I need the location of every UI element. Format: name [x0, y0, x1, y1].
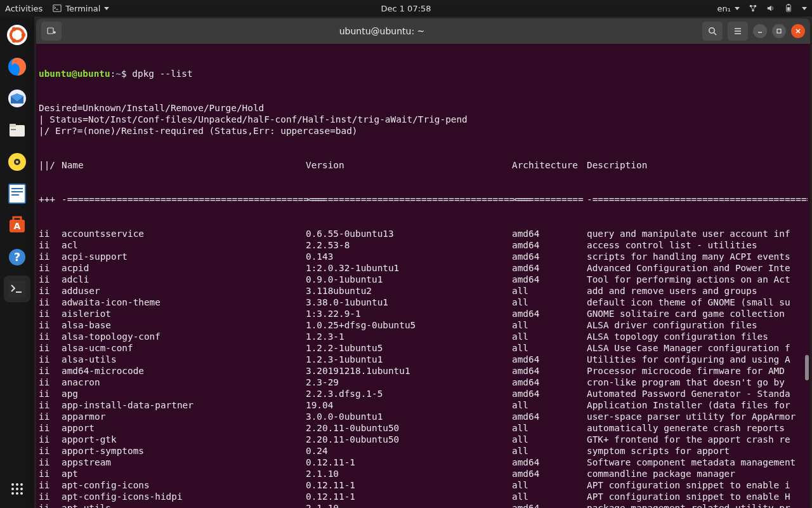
pkg-status: ii [39, 354, 62, 365]
svg-point-35 [16, 488, 18, 490]
svg-rect-17 [11, 129, 16, 130]
pkg-status: ii [39, 434, 62, 445]
pkg-desc: GTK+ frontend for the apport crash re [587, 434, 808, 445]
package-row: iialsa-utils1.2.3-1ubuntu1amd64Utilities… [39, 354, 808, 365]
package-row: iiapt-config-icons0.12.11-1allAPT config… [39, 479, 808, 491]
pkg-desc: Processor microcode firmware for AMD [587, 365, 808, 377]
maximize-button[interactable] [772, 24, 786, 38]
input-source[interactable]: en₁ [717, 4, 740, 13]
pkg-status: ii [39, 308, 62, 319]
pkg-desc: ALSA topology configuration files [587, 331, 808, 342]
package-row: iiaisleriot1:3.22.9-1amd64GNOME solitair… [39, 308, 808, 319]
clock-label: Dec 1 07:58 [381, 4, 431, 13]
battery-icon[interactable] [784, 4, 793, 13]
pkg-status: ii [39, 228, 62, 239]
pkg-name: amd64-microcode [62, 365, 306, 377]
pkg-version: 0.12.11-1 [306, 457, 512, 468]
pkg-arch: all [512, 399, 587, 411]
new-tab-icon [46, 26, 56, 36]
search-button[interactable] [702, 22, 723, 41]
dock-writer[interactable] [4, 180, 30, 207]
pkg-arch: amd64 [512, 411, 587, 422]
dock-help[interactable]: ? [4, 244, 30, 271]
new-tab-button[interactable] [41, 22, 62, 41]
dock-firefox[interactable] [4, 53, 30, 80]
pkg-version: 3.20191218.1ubuntu1 [306, 365, 512, 377]
output-line: |/ Err?=(none)/Reinst-required (Status,E… [39, 125, 808, 137]
pkg-status: ii [39, 365, 62, 377]
pkg-desc: APT configuration snippet to enable H [587, 491, 808, 502]
pkg-arch: amd64 [512, 457, 587, 468]
pkg-status: ii [39, 239, 62, 251]
minimize-button[interactable] [753, 24, 767, 38]
package-row: iiapp-install-data-partner19.04allApplic… [39, 399, 808, 411]
pkg-arch: amd64 [512, 502, 587, 508]
pkg-arch: amd64 [512, 365, 587, 377]
pkg-version: 0.12.11-1 [306, 491, 512, 502]
dock-files[interactable] [4, 117, 30, 144]
pkg-desc: commandline package manager [587, 468, 808, 479]
pkg-name: appstream [62, 457, 306, 468]
pkg-arch: amd64 [512, 308, 587, 319]
pkg-version: 0.6.55-0ubuntu13 [306, 228, 512, 239]
prompt-line: ubuntu@ubuntu:~$ dpkg --list [39, 68, 808, 79]
pkg-desc: ALSA driver configuration files [587, 319, 808, 331]
svg-rect-7 [787, 7, 790, 11]
svg-point-36 [20, 488, 23, 490]
package-row: iiaccountsservice0.6.55-0ubuntu13amd64qu… [39, 228, 808, 239]
pkg-version: 2.2.3.dfsg.1-5 [306, 388, 512, 399]
dock-terminal[interactable] [4, 276, 30, 302]
pkg-desc: Tool for performing actions on an Act [587, 274, 808, 285]
pkg-version: 1.2.3-1ubuntu1 [306, 354, 512, 365]
package-row: iiapt-config-icons-hidpi0.12.11-1allAPT … [39, 491, 808, 502]
pkg-status: ii [39, 479, 62, 491]
app-menu[interactable]: Terminal [53, 4, 109, 13]
pkg-desc: query and manipulate user account inf [587, 228, 808, 239]
pkg-name: apport-gtk [62, 434, 306, 445]
pkg-desc: APT configuration snippet to enable i [587, 479, 808, 491]
close-button[interactable] [791, 24, 805, 38]
dock-ubuntu-logo[interactable] [4, 22, 30, 48]
pkg-status: ii [39, 331, 62, 342]
pkg-desc: user-space parser utility for AppArmor [587, 411, 808, 422]
titlebar[interactable]: ubuntu@ubuntu: ~ [36, 18, 810, 44]
svg-rect-6 [787, 4, 790, 5]
pkg-status: ii [39, 388, 62, 399]
activities-button[interactable]: Activities [5, 4, 43, 13]
scrollbar-thumb[interactable] [805, 355, 809, 380]
terminal-scrollbar[interactable] [804, 107, 810, 508]
dock-software[interactable]: A [4, 212, 30, 239]
output-line: Desired=Unknown/Install/Remove/Purge/Hol… [39, 102, 808, 114]
network-icon[interactable] [749, 4, 757, 13]
pkg-name: apg [62, 388, 306, 399]
pkg-arch: all [512, 285, 587, 297]
volume-icon[interactable] [766, 4, 775, 13]
clock[interactable]: Dec 1 07:58 [381, 4, 431, 13]
package-row: iiacl2.2.53-8amd64access control list - … [39, 239, 808, 251]
pkg-status: ii [39, 457, 62, 468]
package-row: iiapport-symptoms0.24allsymptom scripts … [39, 445, 808, 457]
terminal-icon [53, 4, 62, 13]
dock: A ? [0, 17, 34, 508]
pkg-version: 19.04 [306, 399, 512, 411]
pkg-arch: all [512, 479, 587, 491]
dock-thunderbird[interactable] [4, 85, 30, 112]
show-applications[interactable] [10, 482, 24, 508]
close-icon [795, 28, 801, 34]
svg-point-39 [20, 492, 23, 495]
pkg-version: 2.20.11-0ubuntu50 [306, 434, 512, 445]
pkg-name: acpi-support [62, 251, 306, 262]
pkg-version: 3.38.0-1ubuntu1 [306, 297, 512, 308]
menu-button[interactable] [728, 22, 748, 41]
svg-point-31 [11, 483, 14, 486]
package-row: iiadwaita-icon-theme3.38.0-1ubuntu1allde… [39, 297, 808, 308]
svg-rect-49 [777, 29, 781, 33]
pkg-name: acpid [62, 262, 306, 274]
pkg-status: ii [39, 319, 62, 331]
pkg-status: ii [39, 262, 62, 274]
pkg-status: ii [39, 445, 62, 457]
terminal-content[interactable]: ubuntu@ubuntu:~$ dpkg --list Desired=Unk… [36, 44, 810, 508]
input-source-label: en₁ [717, 4, 731, 13]
pkg-version: 1:2.0.32-1ubuntu1 [306, 262, 512, 274]
dock-rhythmbox[interactable] [4, 149, 30, 175]
